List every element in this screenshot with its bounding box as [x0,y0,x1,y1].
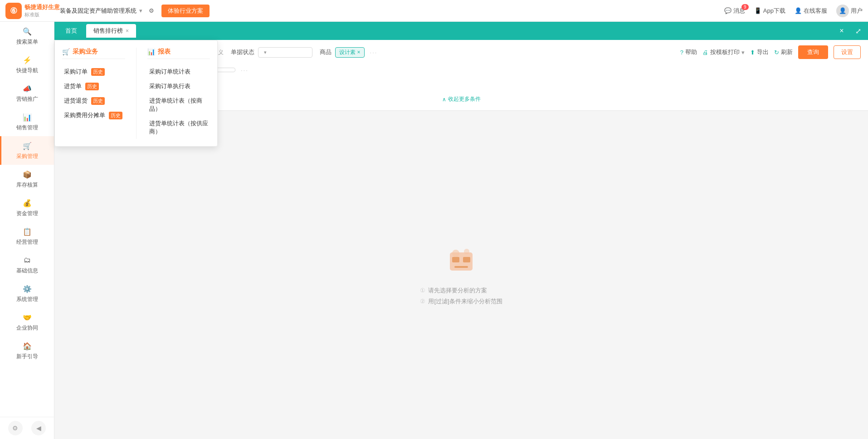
finance-icon: 💰 [22,198,32,208]
tab-bar-right: × ⤢ [835,25,864,37]
basic-icon: 🗂 [22,255,32,265]
inventory-icon: 📦 [22,169,32,179]
sidebar-item-newbie[interactable]: 🏠 新手引导 [0,336,54,365]
dropdown-item-purchase-order-exec[interactable]: 采购订单执行表 [147,79,210,94]
dropdown-item-incoming[interactable]: 进货单 历史 [62,79,125,94]
sidebar-item-purchase[interactable]: 🛒 采购管理 [0,136,54,165]
sidebar-settings-btn[interactable]: ⚙ [8,421,23,435]
tab-sales-rank[interactable]: 销售排行榜 × [86,24,136,38]
sidebar: 🔍 搜索菜单 ⚡ 快捷导航 📣 营销推广 📊 销售管理 🛒 采购管理 📦 库存核… [0,22,54,439]
sidebar-item-inventory[interactable]: 📦 库存核算 [0,165,54,193]
dropdown-item-return[interactable]: 进货退货 历史 [62,94,125,108]
marketing-icon: 📣 [22,84,32,94]
tab-expand-btn[interactable]: ⤢ [852,25,864,37]
sidebar-item-search[interactable]: 🔍 搜索菜单 [0,22,54,50]
dropdown-item-purchase-order[interactable]: 采购订单 历史 [62,64,125,79]
svg-rect-2 [463,257,470,262]
item-label-incoming-stat-goods: 进货单统计表（按商品） [149,97,209,113]
item-label-return: 进货退货 [64,97,88,105]
logo-text: 畅捷通好生意 标准版 [24,4,60,18]
dropdown-item-expense[interactable]: 采购费用分摊单 历史 [62,108,125,123]
dropdown-divider [136,48,137,139]
query-button[interactable]: 查询 [798,45,828,59]
sidebar-item-finance[interactable]: 💰 资金管理 [0,193,54,222]
industry-button[interactable]: 体验行业方案 [161,5,210,17]
dropdown-item-incoming-stat-goods[interactable]: 进货单统计表（按商品） [147,94,210,116]
system-settings-icon[interactable]: ⚙ [149,7,154,14]
refresh-btn[interactable]: ↻ 刷新 [774,48,793,56]
sidebar-label-enterprise: 企业协同 [16,324,38,332]
report-section: 📊 报表 采购订单统计表 采购订单执行表 进货单统计表（按商品） 进货单统计表（… [147,48,210,139]
print-template-btn[interactable]: 🖨 按模板打印 ▾ [702,48,745,56]
service-icon: 👤 [795,7,802,14]
sidebar-label-system: 系统管理 [16,296,38,303]
salesman-dots[interactable]: ··· [241,67,249,74]
item-label-purchase-order-exec: 采购订单执行表 [149,82,190,90]
online-service-button[interactable]: 👤 在线客服 [795,7,827,15]
tab-close-icon[interactable]: × [126,28,129,34]
tab-close-all-btn[interactable]: × [835,25,848,37]
enterprise-icon: 🤝 [22,312,32,322]
doc-status-chevron: ▾ [264,49,267,55]
help-icon: ? [680,49,683,56]
doc-status-select[interactable]: ▾ [258,47,312,58]
purchase-dropdown-menu: 🛒 采购业务 采购订单 历史 进货单 历史 进货退货 历史 采购费用分摊单 历史… [54,40,218,147]
refresh-icon: ↻ [774,49,779,56]
help-btn[interactable]: ? 帮助 [680,48,697,56]
history-tag-purchase-order: 历史 [91,68,105,76]
logo-area: ⑥ 畅捷通好生意 标准版 [5,3,60,19]
sidebar-item-operation[interactable]: 📋 经营管理 [0,222,54,251]
report-section-icon: 📊 [147,48,155,55]
settings-button[interactable]: 设置 [834,45,861,59]
logo-icon: ⑥ [5,3,22,19]
app-download-button[interactable]: 📱 App下载 [754,7,785,15]
phone-icon: 📱 [754,7,761,14]
system-title-chevron[interactable]: ▾ [139,7,142,14]
report-section-title: 📊 报表 [147,48,210,59]
message-button[interactable]: 💬 消息 9 [724,7,745,15]
top-bar: ⑥ 畅捷通好生意 标准版 装备及固定资产辅助管理系统 ▾ ⚙ 体验行业方案 💬 … [0,0,868,22]
sidebar-label-marketing: 营销推广 [16,95,38,103]
sidebar-item-basic[interactable]: 🗂 基础信息 [0,251,54,279]
sidebar-item-system[interactable]: ⚙️ 系统管理 [0,279,54,308]
item-label-incoming-stat-supplier: 进货单统计表（按供应商） [149,119,209,136]
export-btn[interactable]: ⬆ 导出 [750,48,769,56]
user-avatar: 👤 [836,5,849,17]
purchase-icon: 🛒 [22,141,32,151]
user-button[interactable]: 👤 用户 [836,5,863,17]
goods-area: 商品 设计素 × ··· [320,47,378,58]
dropdown-item-purchase-order-stat[interactable]: 采购订单统计表 [147,64,210,79]
goods-dots[interactable]: ··· [370,49,378,56]
history-tag-return: 历史 [91,97,105,105]
svg-rect-3 [454,266,468,268]
sidebar-label-purchase: 采购管理 [16,153,38,160]
purchase-section-title: 🛒 采购业务 [62,48,125,59]
sidebar-label-sales: 销售管理 [16,124,38,132]
sidebar-label-operation: 经营管理 [16,238,38,246]
newbie-icon: 🏠 [22,341,32,351]
dropdown-item-incoming-stat-supplier[interactable]: 进货单统计表（按供应商） [147,116,210,139]
sidebar-label-quick-nav: 快捷导航 [16,67,38,74]
svg-rect-1 [452,257,459,262]
tab-bar: 首页 销售排行榜 × × ⤢ [54,22,868,40]
message-badge: 9 [741,4,749,10]
print-icon: 🖨 [702,49,708,56]
sidebar-item-quick-nav[interactable]: ⚡ 快捷导航 [0,50,54,79]
tab-sales-rank-label: 销售排行榜 [93,27,123,35]
sidebar-collapse-btn[interactable]: ◀ [31,421,46,435]
empty-tip-2: 用[过滤]条件来缩小分析范围 [420,296,502,306]
sidebar-item-sales[interactable]: 📊 销售管理 [0,108,54,136]
sidebar-item-marketing[interactable]: 📣 营销推广 [0,79,54,108]
item-label-purchase-order: 采购订单 [64,68,88,76]
goods-tag-remove[interactable]: × [357,49,361,55]
sales-icon: 📊 [22,112,32,122]
doc-status-label: 单据状态 [231,48,254,56]
export-icon: ⬆ [750,49,755,56]
tab-home[interactable]: 首页 [58,24,84,38]
item-label-incoming: 进货单 [64,82,82,90]
sidebar-item-enterprise[interactable]: 🤝 企业协同 [0,308,54,336]
sidebar-label-search: 搜索菜单 [16,38,38,46]
toolbar-right: ? 帮助 🖨 按模板打印 ▾ ⬆ 导出 ↻ [680,45,861,59]
search-icon: 🔍 [22,26,32,36]
doc-status-area: 单据状态 ▾ [231,47,312,58]
